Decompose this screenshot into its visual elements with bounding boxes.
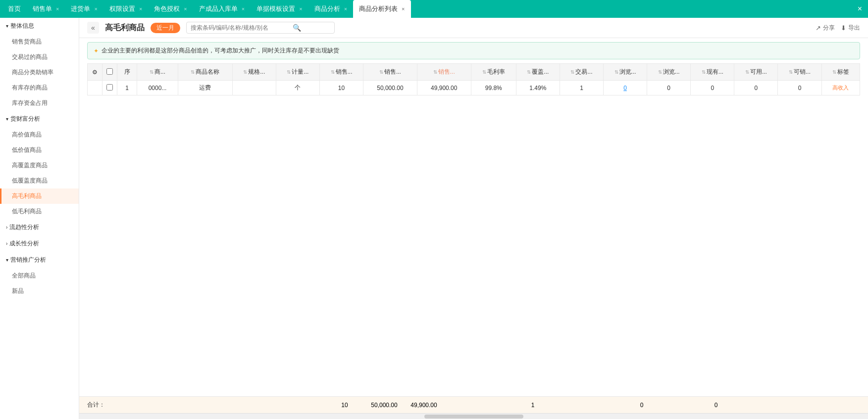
content-header: « 高毛利商品 近一月 🔍 ↗ 分享 ⬇ 导出	[79, 18, 868, 38]
nav-permission-settings[interactable]: 权限设置 ×	[103, 0, 148, 18]
sidebar-item-sales-goods[interactable]: 销售货商品	[0, 34, 79, 49]
nav-role-auth[interactable]: 角色授权 ×	[148, 0, 193, 18]
search-icon[interactable]: 🔍	[293, 24, 301, 32]
col-header-checkbox[interactable]	[102, 64, 117, 81]
col-header-sales-qty[interactable]: ⇅销售...	[319, 64, 363, 81]
cell-gross-margin-0: 99.8%	[471, 81, 516, 95]
nav-sales-order[interactable]: 销售单 ×	[27, 0, 65, 18]
nav-template-settings[interactable]: 单据模板设置 ×	[251, 0, 308, 18]
sidebar-group-overall[interactable]: ▾ 整体信息	[0, 18, 79, 34]
sidebar-group-wealth-items: 高价值商品 低价值商品 高覆盖度商品 低覆盖度商品 高毛利商品 低毛利商品	[0, 127, 79, 219]
cell-views1-0[interactable]: 0	[604, 81, 647, 95]
filter-recent-month-button[interactable]: 近一月	[151, 23, 180, 33]
cell-sales-qty-0: 10	[319, 81, 363, 95]
share-button[interactable]: ↗ 分享	[816, 24, 835, 32]
page-title: 高毛利商品	[105, 23, 145, 33]
col-header-coverage[interactable]: ⇅覆盖...	[516, 64, 560, 81]
settings-icon: ⚙	[92, 69, 98, 76]
horizontal-scrollbar[interactable]	[79, 413, 868, 419]
sidebar-item-new-goods[interactable]: 新品	[0, 283, 79, 299]
sidebar-group-trend[interactable]: › 流趋性分析	[0, 219, 79, 235]
nav-close-template[interactable]: ×	[299, 6, 302, 12]
cell-sales-profit-0: 49,900.00	[417, 81, 471, 95]
nav-purchase-order[interactable]: 进货单 ×	[65, 0, 103, 18]
col-header-stock-current[interactable]: ⇅现有...	[691, 64, 734, 81]
table-container: ⚙ 序 ⇅商... ⇅商品名称 ⇅规格... ⇅计量... ⇅销售... ⇅销售…	[79, 63, 868, 396]
select-all-checkbox[interactable]	[106, 68, 113, 75]
export-button[interactable]: ⬇ 导出	[841, 24, 860, 32]
cell-checkbox-0[interactable]	[102, 81, 117, 95]
sidebar-group-growth[interactable]: › 成长性分析	[0, 235, 79, 252]
col-header-settings[interactable]: ⚙	[88, 64, 102, 81]
table-header-row: ⚙ 序 ⇅商... ⇅商品名称 ⇅规格... ⇅计量... ⇅销售... ⇅销售…	[88, 64, 860, 81]
footer-sales-amount: 50,000.00	[364, 402, 404, 409]
col-header-tag[interactable]: ⇅标签	[821, 64, 860, 81]
sidebar-item-low-coverage[interactable]: 低覆盖度商品	[0, 173, 79, 188]
col-header-name[interactable]: ⇅商品名称	[178, 64, 233, 81]
sidebar-item-low-margin[interactable]: 低毛利商品	[0, 204, 79, 219]
arrow-overall: ▾	[6, 23, 8, 29]
sidebar-group-overall-items: 销售货商品 交易过的商品 商品分类助销率 有库存的商品 库存资金占用	[0, 34, 79, 111]
col-header-views2[interactable]: ⇅浏览...	[647, 64, 691, 81]
nav-close-sales-order[interactable]: ×	[56, 6, 59, 12]
col-header-code[interactable]: ⇅商...	[137, 64, 178, 81]
nav-product-analysis-list[interactable]: 商品分析列表 ×	[353, 0, 410, 18]
arrow-marketing: ▾	[6, 257, 8, 263]
sidebar-collapse-button[interactable]: «	[87, 22, 99, 34]
footer-label: 合计：	[87, 401, 117, 409]
nav-close-role-auth[interactable]: ×	[184, 6, 187, 12]
col-header-spec[interactable]: ⇅规格...	[232, 64, 276, 81]
sidebar-item-category-rate[interactable]: 商品分类助销率	[0, 65, 79, 80]
search-box-container: 🔍	[186, 22, 335, 34]
col-header-views1[interactable]: ⇅浏览...	[604, 64, 647, 81]
scrollbar-thumb[interactable]	[424, 415, 523, 419]
sidebar: ▾ 整体信息 销售货商品 交易过的商品 商品分类助销率 有库存的商品 库存资金占…	[0, 18, 79, 419]
nav-product-analysis[interactable]: 商品分析 ×	[308, 0, 353, 18]
col-header-stock-sellable[interactable]: ⇅可销...	[778, 64, 821, 81]
sidebar-item-high-coverage[interactable]: 高覆盖度商品	[0, 158, 79, 173]
share-icon: ↗	[816, 24, 821, 32]
cell-stock-available-0: 0	[734, 81, 778, 95]
nav-close-all[interactable]: ×	[854, 4, 866, 13]
sidebar-item-all-goods[interactable]: 全部商品	[0, 268, 79, 283]
cell-spec-0	[232, 81, 276, 95]
info-icon: ✦	[94, 47, 99, 54]
sidebar-item-low-value[interactable]: 低价值商品	[0, 142, 79, 158]
sidebar-group-marketing[interactable]: ▾ 营销推广分析	[0, 252, 79, 268]
footer-sales-qty: 10	[325, 402, 364, 409]
col-header-gross-margin[interactable]: ⇅毛利率	[471, 64, 516, 81]
footer-sales-profit: 49,900.00	[404, 402, 444, 409]
row-checkbox-0[interactable]	[106, 84, 113, 91]
col-header-unit[interactable]: ⇅计量...	[276, 64, 319, 81]
nav-close-purchase-order[interactable]: ×	[94, 6, 97, 12]
footer-total: 合计： 10 50,000.00 49,900.00 1 0	[79, 396, 868, 413]
nav-close-product-inbound[interactable]: ×	[242, 6, 245, 12]
footer-transactions: 1	[513, 402, 553, 409]
nav-home[interactable]: 首页	[2, 0, 27, 18]
arrow-trend: ›	[6, 225, 7, 230]
nav-close-product-analysis[interactable]: ×	[344, 6, 347, 12]
cell-unit-0: 个	[276, 81, 319, 95]
col-header-transactions[interactable]: ⇅交易...	[560, 64, 603, 81]
sidebar-item-in-stock[interactable]: 有库存的商品	[0, 80, 79, 95]
nav-close-permission[interactable]: ×	[139, 6, 142, 12]
cell-name-0: 运费	[178, 81, 233, 95]
cell-stock-sellable-0: 0	[778, 81, 821, 95]
sidebar-group-wealth[interactable]: ▾ 货财富分析	[0, 111, 79, 127]
col-header-sales-profit[interactable]: ⇅销售...	[417, 64, 471, 81]
data-table: ⚙ 序 ⇅商... ⇅商品名称 ⇅规格... ⇅计量... ⇅销售... ⇅销售…	[87, 63, 860, 95]
search-input[interactable]	[191, 24, 290, 31]
col-header-sales-amount[interactable]: ⇅销售...	[363, 64, 417, 81]
sidebar-item-stock-capital[interactable]: 库存资金占用	[0, 95, 79, 111]
sidebar-item-high-value[interactable]: 高价值商品	[0, 127, 79, 142]
sidebar-item-high-margin[interactable]: 高毛利商品	[0, 188, 79, 204]
sidebar-item-traded-goods[interactable]: 交易过的商品	[0, 49, 79, 65]
header-actions: ↗ 分享 ⬇ 导出	[816, 24, 860, 32]
content-area: « 高毛利商品 近一月 🔍 ↗ 分享 ⬇ 导出 ✦ 企业的主要的利润都是这部	[79, 18, 868, 419]
info-banner: ✦ 企业的主要的利润都是这部分商品创造的，可考虑加大推广，同时关注库存是不要出现…	[87, 42, 860, 59]
nav-close-product-analysis-list[interactable]: ×	[402, 6, 405, 12]
col-header-stock-available[interactable]: ⇅可用...	[734, 64, 778, 81]
nav-product-inbound[interactable]: 产成品入库单 ×	[193, 0, 251, 18]
table-row: 1 0000... 运费 个 10 50,000.00 49,900.00 99…	[88, 81, 860, 95]
cell-sales-amount-0: 50,000.00	[363, 81, 417, 95]
